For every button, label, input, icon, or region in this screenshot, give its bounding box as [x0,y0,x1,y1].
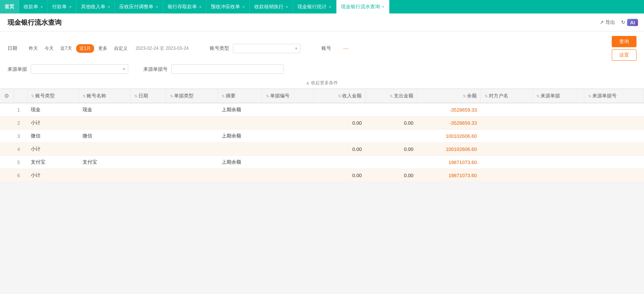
row-doc-type [166,156,218,169]
col-date[interactable]: ⇅日期 [131,89,166,103]
row-source-doc-no [584,130,644,143]
row-doc-no [262,156,314,169]
row-doc-type [166,169,218,182]
row-num: 6 [14,169,27,182]
row-account-type: 现金 [27,103,79,116]
table-body: 1 现金 现金 上期余额 -3528659.33 2 小计 0.00 0.00 … [0,103,644,182]
account-type-label: 账号类型 [210,45,229,52]
col-expense[interactable]: ⇅支出金额 [365,89,417,103]
gear-icon[interactable]: ⚙ [4,93,9,99]
row-doc-no [262,116,314,130]
row-doc-no [262,169,314,182]
export-button[interactable]: ↗ 导出 [600,19,615,26]
col-doc-type[interactable]: ⇅单据类型 [166,89,218,103]
row-income [314,130,366,143]
nav-tab[interactable]: 现金银行流水查询× [336,0,389,13]
date-option-btn[interactable]: 近7天 [58,44,75,53]
nav-tab[interactable]: 应收应付调整单× [115,0,163,13]
filter-row-1: 日期 昨天今天近7天近1月更多自定义 2023-02-24 至 2023-03-… [8,36,636,61]
row-balance: 19871073.60 [417,156,480,169]
col-num [14,89,27,103]
row-num: 2 [14,116,27,130]
row-date [131,156,166,169]
row-balance: 100102606.60 [417,143,480,156]
account-type-select[interactable] [233,44,300,53]
nav-tab[interactable]: 付款单× [48,0,76,13]
source-doc-no-filter-block: 来源单据号 [143,64,284,74]
row-source-doc [532,103,584,116]
row-expense: 0.00 [365,143,417,156]
row-account-type: 支付宝 [27,156,79,169]
col-source-doc[interactable]: ⇅来源单据 [532,89,584,103]
row-source-doc-no [584,156,644,169]
source-doc-select[interactable] [31,64,128,74]
source-doc-no-input[interactable] [171,64,284,74]
col-counterparty[interactable]: ⇅对方户名 [481,89,533,103]
collapse-bar[interactable]: ∧ 收起更多条件 [8,78,636,88]
date-option-btn[interactable]: 昨天 [26,44,41,53]
row-num: 5 [14,156,27,169]
nav-tab[interactable]: 预收冲应收单× [206,0,249,13]
row-account-type: 小计 [27,169,79,182]
account-type-filter-block: 账号类型 ▾ [210,44,300,53]
col-doc-no[interactable]: ⇅单据编号 [262,89,314,103]
filter-area: 日期 昨天今天近7天近1月更多自定义 2023-02-24 至 2023-03-… [0,31,644,89]
query-button[interactable]: 查询 [612,36,636,47]
row-counterparty [481,156,533,169]
row-date [131,143,166,156]
col-source-doc-no[interactable]: ⇅来源单据号 [584,89,644,103]
row-summary [218,169,262,182]
source-doc-filter-block: 来源单据 ▾ [8,64,128,74]
date-option-btn[interactable]: 今天 [42,44,56,53]
row-settings-cell [0,169,14,182]
table-row: 3 微信 微信 上期余额 100102606.60 [0,130,644,143]
date-option-btn[interactable]: 自定义 [111,44,130,53]
row-source-doc-no [584,116,644,130]
row-income: 0.00 [314,169,366,182]
row-date [131,103,166,116]
row-income [314,103,366,116]
nav-home[interactable]: 首页 [0,0,19,13]
row-account-name [79,143,131,156]
ai-badge[interactable]: Ai [627,19,638,26]
row-doc-type [166,103,218,116]
row-account-name [79,116,131,130]
account-more-icon[interactable]: ··· [343,45,349,52]
col-summary[interactable]: ⇅摘要 [218,89,262,103]
row-settings-cell [0,103,14,116]
settings-button[interactable]: 设置 [612,49,636,61]
row-balance: -3528659.33 [417,116,480,130]
col-income[interactable]: ⇅收入金额 [314,89,366,103]
row-num: 4 [14,143,27,156]
nav-tab[interactable]: 银行存取款单× [163,0,206,13]
row-balance: 19871073.60 [417,169,480,182]
date-filter-block: 日期 昨天今天近7天近1月更多自定义 2023-02-24 至 2023-03-… [8,44,189,53]
col-account-name[interactable]: ⇅账号名称 [79,89,131,103]
row-account-name: 现金 [79,103,131,116]
row-settings-cell [0,130,14,143]
col-account-type[interactable]: ⇅账号类型 [27,89,79,103]
col-settings: ⚙ [0,89,14,103]
row-num: 3 [14,130,27,143]
col-balance[interactable]: ⇅余额 [417,89,480,103]
date-option-btn[interactable]: 近1月 [76,44,95,53]
row-source-doc [532,143,584,156]
nav-tab[interactable]: 收款核销执行× [250,0,293,13]
row-summary: 上期余额 [218,103,262,116]
date-option-btn[interactable]: 更多 [96,44,110,53]
row-doc-no [262,130,314,143]
top-nav: 首页 收款单×付款单×其他收入单×应收应付调整单×银行存取款单×预收冲应收单×收… [0,0,644,13]
account-type-select-wrap: ▾ [233,44,300,53]
page-header: 现金银行流水查询 ↗ 导出 ↻ 刷新 Ai [0,13,644,31]
row-expense [365,156,417,169]
row-date [131,116,166,130]
row-source-doc [532,130,584,143]
nav-tab[interactable]: 其他收入单× [77,0,115,13]
collapse-up-icon: ∧ [306,81,309,86]
row-expense [365,130,417,143]
row-account-type: 微信 [27,130,79,143]
row-source-doc [532,156,584,169]
row-account-name: 支付宝 [79,156,131,169]
nav-tab[interactable]: 现金银行统计× [293,0,336,13]
nav-tab[interactable]: 收款单× [19,0,48,13]
